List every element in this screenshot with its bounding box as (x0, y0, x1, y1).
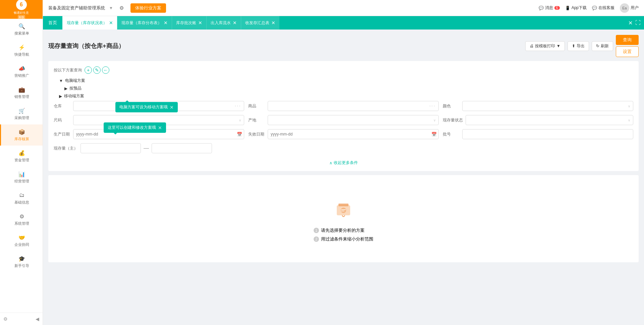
back-scheme-btn[interactable]: ← (102, 66, 109, 74)
page-title: 现存量查询（按仓库+商品） (48, 42, 124, 50)
tooltip-top-close[interactable]: ✕ (170, 105, 174, 110)
sidebar-item-marketing[interactable]: 📣 营销推广 (0, 61, 43, 82)
stock-main-label: 现存量（主） (54, 146, 78, 151)
step-2-num: 2 (314, 236, 319, 242)
tab-in-out-flow[interactable]: 出入库流水 ✕ (206, 16, 241, 30)
tab-label-stock-dist: 现存量（库存分布表） (121, 20, 162, 26)
pc-scheme-child-arrow: ▶ (64, 86, 67, 91)
message-icon: 💬 (539, 6, 544, 10)
settings-icon[interactable]: ⚙ (3, 316, 8, 322)
stock-main-to-input[interactable] (152, 143, 212, 153)
nav-icon-business: 📊 (18, 171, 25, 177)
pc-scheme[interactable]: ▼ 电脑端方案 (59, 78, 633, 84)
empty-step-1: 1 请先选择要分析的方案 (314, 227, 365, 233)
user-label: 用户 (631, 5, 639, 11)
tab-summary-table[interactable]: 收发存汇总表 ✕ (241, 16, 279, 30)
sidebar-item-finance[interactable]: 💰 资金管理 (0, 146, 43, 167)
size-arrow: ∨ (239, 118, 241, 122)
stock-main-from-input[interactable] (80, 143, 141, 153)
set-button[interactable]: 设置 (616, 46, 639, 57)
goods-dots[interactable]: ··· (429, 103, 436, 109)
filter-label: 按以下方案查询 (54, 67, 82, 73)
online-service-action[interactable]: 💬 在线客服 (592, 5, 614, 11)
color-select[interactable]: ∨ (462, 101, 633, 111)
sidebar-nav: 🔍 搜索菜单 ⚡ 快捷导航 📣 营销推广 💼 销售管理 🛒 采购管理 📦 库存核… (0, 19, 43, 313)
message-badge: 6 (554, 6, 560, 10)
exp-date-calendar-icon[interactable]: 📅 (431, 132, 437, 137)
stock-status-arrow: ∨ (628, 118, 630, 122)
svg-rect-4 (341, 211, 344, 211)
settings-button[interactable]: ⚙ (117, 3, 126, 13)
system-dropdown-icon[interactable]: ▼ (109, 6, 113, 10)
page-actions: 🖨 按模板打印 ▼ ⬆ 导出 ↻ 刷新 查询 设置 (525, 35, 639, 57)
step-2-text: 用过滤条件来缩小分析范围 (321, 236, 373, 242)
mobile-scheme[interactable]: ▶ 移动端方案 (59, 93, 633, 99)
refresh-button[interactable]: ↻ 刷新 (592, 41, 613, 51)
tab-stock-status[interactable]: 现存量（库存状况表） ✕ (62, 16, 117, 30)
edit-scheme-btn[interactable]: ✎ (93, 66, 101, 74)
sidebar-item-base-info[interactable]: 🗂 基础信息 (0, 188, 43, 209)
exp-date-field: 失效日期 📅 (248, 129, 439, 139)
prod-date-calendar-icon[interactable]: 📅 (237, 132, 242, 137)
experience-button[interactable]: 体验行业方案 (130, 3, 166, 13)
stock-status-select[interactable]: ∨ (466, 115, 633, 125)
pc-scheme-child[interactable]: ▶ 按预品 (64, 86, 633, 91)
tab-stock-dist[interactable]: 现存量（库存分布表） ✕ (117, 16, 172, 30)
logo-area: 6 畅通好生意 标版 (0, 0, 43, 19)
nav-icon-finance: 💰 (18, 150, 25, 156)
add-scheme-btn[interactable]: + (85, 66, 92, 74)
goods-select[interactable]: ··· (268, 101, 439, 111)
app-download-action[interactable]: 📱 App下载 (565, 5, 587, 11)
empty-illustration (330, 195, 357, 222)
tab-close-stock-status[interactable]: ✕ (109, 20, 113, 25)
pc-scheme-child-label: 按预品 (69, 86, 82, 91)
origin-select[interactable]: ∨ (268, 115, 439, 125)
export-button[interactable]: ⬆ 导出 (568, 41, 589, 51)
expand-tabs-icon[interactable]: ⛶ (635, 20, 641, 26)
nav-icon-inventory: 📦 (18, 128, 25, 135)
color-arrow: ∨ (628, 104, 630, 108)
origin-label: 产地 (248, 117, 265, 123)
print-dropdown-icon: ▼ (556, 44, 560, 48)
tab-close-batch-ledger[interactable]: ✕ (198, 20, 202, 25)
print-icon: 🖨 (530, 44, 534, 48)
phone-icon: 📱 (565, 6, 570, 10)
tooltip-bottom-close[interactable]: ✕ (158, 125, 162, 130)
tab-close-stock-dist[interactable]: ✕ (164, 20, 168, 25)
message-action[interactable]: 💬 消息 6 (539, 5, 560, 11)
prod-date-label: 生产日期 (54, 131, 70, 137)
service-icon: 💬 (592, 6, 597, 10)
tab-close-summary-table[interactable]: ✕ (271, 20, 275, 25)
nav-icon-system: ⚙ (18, 213, 25, 220)
tab-home[interactable]: 首页 (43, 16, 62, 30)
warehouse-dots[interactable]: ··· (235, 103, 241, 109)
export-icon: ⬆ (572, 44, 575, 48)
main-area: 装备及固定资产辅助管理系统 ▼ ⚙ 体验行业方案 💬 消息 6 📱 App下载 … (43, 0, 644, 325)
nav-label-guide: 新手引导 (14, 263, 29, 268)
goods-field: 商品 ··· (248, 101, 439, 111)
sidebar-item-guide[interactable]: 🎓 新手引导 (0, 251, 43, 272)
print-button[interactable]: 🖨 按模板打印 ▼ (525, 41, 565, 51)
close-all-tabs-icon[interactable]: ✕ (628, 20, 633, 26)
user-action[interactable]: Ea 用户 (620, 3, 639, 13)
sidebar-item-sales[interactable]: 💼 销售管理 (0, 82, 43, 103)
sidebar-item-business[interactable]: 📊 经营管理 (0, 167, 43, 188)
sidebar-item-system[interactable]: ⚙ 系统管理 (0, 209, 43, 230)
sidebar-item-quick-nav[interactable]: ⚡ 快捷导航 (0, 40, 43, 61)
search-button[interactable]: 查询 (616, 35, 639, 45)
sidebar-item-purchase[interactable]: 🛒 采购管理 (0, 103, 43, 124)
message-label: 消息 (545, 5, 553, 11)
logo-icon: 6 (16, 0, 27, 10)
svg-point-2 (341, 208, 346, 213)
collapse-more-label: 收起更多条件 (334, 160, 358, 166)
collapse-more-btn[interactable]: ∧ 收起更多条件 (54, 157, 633, 166)
exp-date-input[interactable] (268, 129, 439, 139)
sidebar-item-search[interactable]: 🔍 搜索菜单 (0, 19, 43, 40)
sidebar-item-inventory[interactable]: 📦 库存核算 (0, 124, 43, 146)
batch-input[interactable] (462, 129, 633, 139)
sidebar-item-enterprise[interactable]: 🤝 企业协同 (0, 230, 43, 251)
tab-close-in-out-flow[interactable]: ✕ (233, 20, 237, 25)
tab-batch-ledger[interactable]: 库存批次账 ✕ (172, 16, 206, 30)
color-field: 颜色 ∨ (443, 101, 633, 111)
collapse-sidebar-icon[interactable]: ◀ (36, 316, 39, 322)
